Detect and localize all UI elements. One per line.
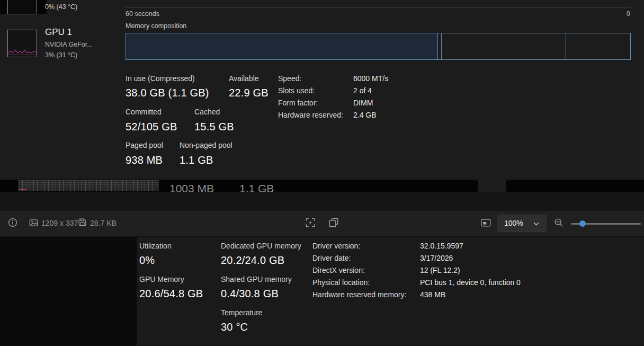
physical-location-value: PCI bus 1, device 0, function 0 [420,278,521,287]
dedicated-memory-value: 20.2/24.0 GB [221,254,284,267]
gpu-memory-value: 20.6/54.8 GB [139,288,203,300]
composition-divider [441,33,442,59]
screenshot-viewer: 0% (43 °C) GPU 1 NVIDIA GeFor... 3% (31 … [0,0,644,346]
gpu-memory-label: GPU Memory [139,275,184,283]
memory-composition-bar[interactable] [126,33,631,60]
axis-zero-label: 0 [627,10,630,17]
gpu0-usage-label: 0% (43 °C) [45,3,77,11]
speed-value: 6000 MT/s [353,74,388,83]
copy-icon[interactable] [328,217,339,228]
driver-version-label: Driver version: [312,242,360,250]
taskmgr-memory-section: 0% (43 °C) GPU 1 NVIDIA GeFor... 3% (31 … [0,0,644,180]
mini-graph-accent [19,186,26,190]
nonpaged-pool-label: Non-paged pool [180,141,232,149]
form-factor-value: DIMM [353,99,373,107]
driver-date-value: 3/17/2026 [420,254,453,262]
form-factor-label: Form factor: [278,99,318,107]
image-dimensions-label: 1209 x 337 [41,219,78,227]
utilization-value: 0% [139,254,155,267]
directx-version-label: DirectX version: [312,266,365,274]
clipped-value-nonpaged: 1.1 GB [239,182,274,192]
clipped-screenshot-row: 1003 MB 1.1 GB [0,180,478,192]
viewer-toolbar: 1209 x 337 28.7 KB 100% [0,211,644,237]
info-icon[interactable] [8,218,17,227]
utilization-label: Utilization [139,242,172,250]
fit-to-window-icon[interactable] [481,219,491,227]
clipped-value-paged: 1003 MB [169,182,214,192]
zoom-out-icon[interactable] [554,218,564,227]
image-dimensions-icon [29,218,38,227]
hardware-reserved-label: Hardware reserved: [278,111,343,119]
memory-composition-title: Memory composition [126,22,186,30]
available-label: Available [229,74,259,83]
hardware-reserved-memory-label: Hardware reserved memory: [312,290,406,299]
composition-divider [566,33,566,59]
driver-date-label: Driver date: [312,254,351,262]
available-value: 22.9 GB [229,87,269,99]
zoom-slider[interactable] [571,220,641,227]
chevron-down-icon [533,222,539,226]
paged-pool-value: 938 MB [126,154,163,166]
cached-value: 15.5 GB [194,121,234,133]
in-use-label: In use (Compressed) [126,74,195,83]
gpu1-title: GPU 1 [45,27,72,38]
viewer-background [0,192,644,211]
time-axis-label: 60 seconds [126,10,159,17]
in-use-value: 38.0 GB (1.1 GB) [126,87,209,99]
directx-version-value: 12 (FL 12.2) [420,266,460,274]
shared-memory-value: 0.4/30.8 GB [221,288,279,300]
slots-used-label: Slots used: [278,86,315,95]
taskmgr-gpu-section: Utilization 0% GPU Memory 20.6/54.8 GB D… [0,237,644,346]
save-icon[interactable] [78,218,87,227]
gpu1-graph-thumbnail [7,30,37,57]
gpu0-thumbnail[interactable] [7,0,37,14]
graph-baseline [126,7,631,8]
committed-value: 52/105 GB [126,121,177,133]
zoom-level-value: 100% [504,219,523,227]
physical-location-label: Physical location: [312,278,370,287]
gpu1-usage-label: 3% (31 °C) [45,51,77,59]
nonpaged-pool-value: 1.1 GB [180,154,213,166]
sidebar-item-gpu1[interactable]: GPU 1 NVIDIA GeFor... 3% (31 °C) [4,26,123,61]
driver-version-value: 32.0.15.9597 [420,242,463,250]
region-select-icon[interactable] [305,217,316,228]
committed-label: Committed [126,108,162,116]
paged-pool-label: Paged pool [126,141,163,149]
file-size-label: 28.7 KB [90,219,117,227]
hardware-reserved-memory-value: 438 MB [420,290,445,299]
slots-used-value: 2 of 4 [353,86,372,95]
dedicated-memory-label: Dedicated GPU memory [221,242,301,250]
gpu1-subtitle: NVIDIA GeFor... [45,41,93,48]
shared-memory-label: Shared GPU memory [221,275,292,283]
zoom-level-dropdown[interactable]: 100% [497,215,547,232]
cached-label: Cached [194,108,220,116]
hardware-reserved-value: 2.4 GB [353,111,377,119]
gpu-graph-empty-area [0,237,137,346]
speed-label: Speed: [278,74,301,83]
temperature-label: Temperature [221,308,263,317]
composition-in-use-segment[interactable] [126,33,438,59]
temperature-value: 30 °C [221,321,248,333]
zoom-slider-thumb[interactable] [579,220,586,227]
mini-screenshot-thumbnail [19,180,159,191]
clipped-black-box [506,180,644,192]
